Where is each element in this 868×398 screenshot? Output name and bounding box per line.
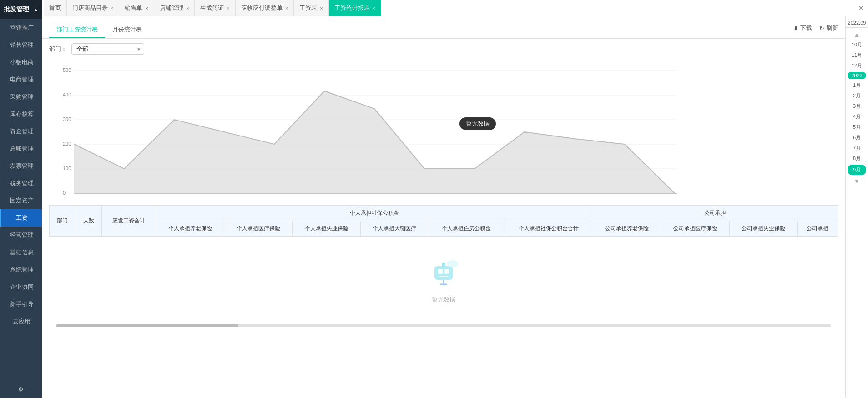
sidebar-item-云应用[interactable]: 云应用 — [0, 313, 42, 330]
date-oct[interactable]: 10月 — [846, 40, 868, 50]
tab-门店商品目录[interactable]: 门店商品目录× — [67, 0, 119, 16]
col-personal-pension: 个人承担养老保险 — [156, 221, 224, 237]
sidebar-item-采购管理[interactable]: 采购管理 — [0, 88, 42, 106]
svg-point-20 — [447, 260, 458, 267]
sub-tab-月份统计表[interactable]: 月份统计表 — [105, 22, 149, 38]
svg-rect-15 — [444, 269, 449, 274]
tab-close-店铺管理[interactable]: × — [186, 5, 189, 11]
content-main: 部门工资统计表月份统计表 ⬇ 下载 ↻ 刷新 部门： 全部销售部财务部采购部运营… — [42, 16, 845, 398]
col-personal-unemployment: 个人承担失业保险 — [293, 221, 361, 237]
tab-close-生成凭证[interactable]: × — [227, 5, 229, 11]
sub-tab-bar: 部门工资统计表月份统计表 ⬇ 下载 ↻ 刷新 — [42, 16, 845, 39]
sidebar-item-企业协同[interactable]: 企业协同 — [0, 278, 42, 296]
svg-text:400: 400 — [63, 92, 71, 97]
tab-销售单[interactable]: 销售单× — [119, 0, 154, 16]
tab-应收应付调整单[interactable]: 应收应付调整单× — [236, 0, 294, 16]
sub-tab-actions: ⬇ 下载 ↻ 刷新 — [793, 24, 838, 36]
department-select-wrapper[interactable]: 全部销售部财务部采购部运营部 — [71, 43, 144, 55]
sidebar-item-营销推广[interactable]: 营销推广 — [0, 19, 42, 36]
col-company-other: 公司承担 — [797, 221, 838, 237]
date-may[interactable]: 5月 — [846, 122, 868, 132]
date-aug[interactable]: 8月 — [846, 153, 868, 164]
table-scrollbar-thumb[interactable] — [56, 324, 238, 327]
sidebar-item-基础信息[interactable]: 基础信息 — [0, 244, 42, 261]
main-content: 首页门店商品目录×销售单×店铺管理×生成凭证×应收应付调整单×工资表×工资统计报… — [42, 0, 868, 398]
col-group-personal: 个人承担社保公积金 — [156, 206, 593, 221]
sidebar-item-工资[interactable]: 工资 — [0, 209, 42, 227]
sub-tab-部门工资统计表[interactable]: 部门工资统计表 — [49, 22, 105, 38]
svg-text:300: 300 — [63, 116, 71, 122]
date-feb[interactable]: 2月 — [846, 91, 868, 101]
date-sep-active[interactable]: 9月 — [848, 165, 866, 175]
date-jun[interactable]: 6月 — [846, 132, 868, 143]
tab-工资统计报表[interactable]: 工资统计报表× — [329, 0, 381, 16]
empty-text: 暂无数据 — [432, 296, 455, 304]
tab-生成凭证[interactable]: 生成凭证× — [195, 0, 235, 16]
date-jan[interactable]: 1月 — [846, 80, 868, 91]
sidebar-item-小畅电商[interactable]: 小畅电商 — [0, 54, 42, 71]
tab-close-工资统计报表[interactable]: × — [373, 5, 375, 11]
sidebar-item-新手引导[interactable]: 新手引导 — [0, 296, 42, 313]
tab-工资表[interactable]: 工资表× — [294, 0, 328, 16]
date-panel-header: 2022.09 — [846, 18, 868, 28]
tab-close-应收应付调整单[interactable]: × — [285, 5, 288, 11]
date-jul[interactable]: 7月 — [846, 143, 868, 153]
col-department: 部门 — [50, 206, 76, 237]
sidebar-item-固定资产[interactable]: 固定资产 — [0, 192, 42, 209]
date-apr[interactable]: 4月 — [846, 111, 868, 122]
date-mar[interactable]: 3月 — [846, 101, 868, 111]
sidebar-item-资金管理[interactable]: 资金管理 — [0, 123, 42, 140]
sidebar-item-税务管理[interactable]: 税务管理 — [0, 175, 42, 192]
sidebar-item-系统管理[interactable]: 系统管理 — [0, 261, 42, 278]
svg-marker-12 — [74, 91, 675, 193]
sidebar-arrow-icon: ▲ — [34, 7, 38, 12]
col-group-company: 公司承担 — [593, 206, 838, 221]
tab-close-销售单[interactable]: × — [145, 5, 148, 11]
settings-icon: ⚙ — [18, 386, 24, 393]
download-button[interactable]: ⬇ 下载 — [793, 24, 812, 32]
refresh-label: 刷新 — [826, 24, 838, 32]
content-area: 部门工资统计表月份统计表 ⬇ 下载 ↻ 刷新 部门： 全部销售部财务部采购部运营… — [42, 16, 868, 398]
date-nov[interactable]: 11月 — [846, 50, 868, 60]
sidebar-item-经营管理[interactable]: 经营管理 — [0, 227, 42, 244]
sidebar-item-电商管理[interactable]: 电商管理 — [0, 71, 42, 88]
date-panel: 2022.09 ▲ 10月 11月 12月 2022 1月 2月 3月 4月 5… — [845, 16, 868, 398]
col-company-unemployment: 公司承担失业保险 — [729, 221, 797, 237]
sidebar: 批发管理 ▲ 营销推广销售管理小畅电商电商管理采购管理库存核算资金管理总账管理发… — [0, 0, 42, 398]
empty-icon — [425, 255, 462, 291]
date-dec[interactable]: 12月 — [846, 60, 868, 71]
sidebar-item-销售管理[interactable]: 销售管理 — [0, 36, 42, 54]
empty-state: 暂无数据 — [49, 237, 838, 322]
download-label: 下载 — [800, 24, 812, 32]
col-company-medical: 公司承担医疗保险 — [661, 221, 729, 237]
svg-rect-17 — [442, 263, 445, 267]
refresh-button[interactable]: ↻ 刷新 — [819, 24, 838, 32]
svg-rect-16 — [439, 276, 448, 277]
date-year-2022[interactable]: 2022 — [848, 72, 866, 79]
department-filter-label: 部门： — [49, 45, 67, 53]
tab-close-门店商品目录[interactable]: × — [111, 5, 113, 11]
sidebar-item-库存核算[interactable]: 库存核算 — [0, 106, 42, 123]
table-scrollbar[interactable] — [56, 324, 831, 327]
date-nav-down[interactable]: ▼ — [854, 176, 860, 186]
col-personal-total: 个人承担社保公积金合计 — [504, 221, 593, 237]
svg-text:500: 500 — [63, 67, 71, 73]
tab-首页[interactable]: 首页 — [44, 0, 67, 16]
sidebar-item-发票管理[interactable]: 发票管理 — [0, 157, 42, 175]
settings-button[interactable]: ⚙ — [0, 380, 42, 398]
sidebar-item-总账管理[interactable]: 总账管理 — [0, 140, 42, 157]
tab-close-工资表[interactable]: × — [320, 5, 323, 11]
col-personal-housing-fund: 个人承担住房公积金 — [429, 221, 504, 237]
col-total-salary: 应发工资合计 — [102, 206, 156, 237]
svg-text:0: 0 — [63, 190, 66, 196]
data-table: 部门 人数 应发工资合计 个人承担社保公积金 公司承担 个人承担养老保险 个人承… — [49, 205, 838, 237]
date-nav-up[interactable]: ▲ — [854, 30, 860, 40]
svg-text:100: 100 — [63, 166, 71, 171]
sidebar-title: 批发管理 — [4, 5, 29, 14]
department-select[interactable]: 全部销售部财务部采购部运营部 — [71, 43, 144, 55]
tab-bar-close-button[interactable]: ✕ — [854, 5, 868, 11]
table-wrapper: 部门 人数 应发工资合计 个人承担社保公积金 公司承担 个人承担养老保险 个人承… — [49, 205, 838, 329]
tab-店铺管理[interactable]: 店铺管理× — [154, 0, 195, 16]
sidebar-header[interactable]: 批发管理 ▲ — [0, 0, 42, 19]
col-count: 人数 — [76, 206, 102, 237]
